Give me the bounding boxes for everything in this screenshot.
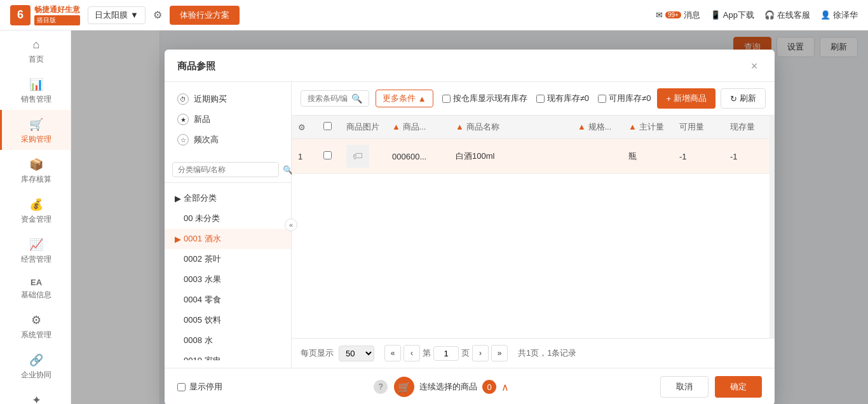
experience-button[interactable]: 体验行业方案 (170, 6, 240, 25)
checkbox-available-input[interactable] (598, 95, 606, 103)
logo-text: 畅捷通好生意 (34, 4, 80, 15)
shortcut-new[interactable]: ★ 新品 (172, 110, 283, 129)
modal-left-panel: « ⏱ 近期购买 ★ 新品 ☆ (165, 82, 292, 368)
show-disabled-checkbox[interactable]: 显示停用 (177, 381, 222, 393)
next-page-button[interactable]: › (472, 345, 489, 361)
footer-action-buttons: 取消 确定 (660, 376, 762, 398)
select-all-checkbox[interactable] (323, 122, 332, 130)
notifications-item[interactable]: ✉ 99+ 消息 (656, 10, 700, 21)
prev-page-button[interactable]: ‹ (403, 345, 420, 361)
category-liquor[interactable]: ▶ 0001 酒水 (165, 229, 291, 249)
row-spec (571, 139, 622, 174)
scroll-indicator (770, 116, 775, 338)
col-header-spec[interactable]: ▲ 规格... (571, 116, 622, 139)
col-header-unit[interactable]: ▲ 主计量 (622, 116, 673, 139)
sidebar-item-home[interactable]: ⌂ 首页 (0, 30, 71, 70)
collapse-panel-button[interactable]: « (285, 219, 297, 231)
refresh-label: 刷新 (740, 93, 756, 104)
show-disabled-input[interactable] (177, 383, 186, 391)
notif-badge: 99+ (665, 11, 681, 18)
sidebar-item-sales[interactable]: 📊 销售管理 (0, 70, 71, 110)
col-stock-label: 现存量 (730, 122, 755, 131)
category-snack[interactable]: 0004 零食 (165, 290, 291, 310)
row-name: 白酒100ml (449, 139, 571, 174)
app-label: App下载 (723, 10, 754, 21)
col-spec-label: 规格... (588, 122, 612, 131)
row-unit: 瓶 (622, 139, 673, 174)
store-name: 日太阳膜 (95, 10, 128, 21)
checkbox-stock-nonzero[interactable]: 现有库存≠0 (536, 93, 589, 104)
sidebar-item-purchase[interactable]: 🛒 采购管理 (0, 110, 71, 150)
row-checkbox[interactable] (323, 151, 332, 159)
sidebar-label-operations: 经营管理 (21, 254, 51, 265)
table-row[interactable]: 1 🏷 (292, 139, 775, 174)
checkbox-warehouse-label: 按仓库显示现有库存 (453, 93, 527, 104)
confirm-button[interactable]: 确定 (715, 376, 762, 398)
collab-icon: 🔗 (29, 353, 43, 367)
category-uncategorized[interactable]: 00 未分类 (165, 208, 291, 229)
product-search-input[interactable] (308, 94, 348, 103)
app-download-item[interactable]: 📱 App下载 (710, 10, 754, 21)
inventory-icon: 📦 (29, 158, 43, 172)
category-tea[interactable]: 0002 茶叶 (165, 249, 291, 269)
store-selector[interactable]: 日太阳膜 ▼ (88, 6, 146, 24)
cart-icon-button[interactable]: 🛒 (394, 377, 414, 397)
last-page-button[interactable]: » (491, 345, 508, 361)
first-page-button[interactable]: « (384, 345, 401, 361)
appliance-label: 0010 家电 (184, 355, 221, 360)
per-page-select[interactable]: 20 50 100 (339, 346, 374, 361)
sidebar-item-guide[interactable]: ✦ 新手引导 (0, 386, 71, 404)
gear-icon[interactable]: ⚙ (153, 9, 162, 21)
sidebar-item-system[interactable]: ⚙ 系统管理 (0, 306, 71, 346)
sidebar-label-system: 系统管理 (21, 330, 51, 340)
user-item[interactable]: 👤 徐泽华 (820, 10, 858, 21)
shortcut-recent[interactable]: ⏱ 近期购买 (172, 90, 283, 109)
checkbox-available-nonzero[interactable]: 可用库存≠0 (598, 93, 651, 104)
new-label: 新品 (194, 114, 210, 125)
sidebar-item-finance[interactable]: 💰 资金管理 (0, 190, 71, 230)
product-search-icon[interactable]: 🔍 (351, 93, 362, 104)
checkbox-by-warehouse[interactable]: 按仓库显示现有库存 (442, 93, 527, 104)
category-appliance[interactable]: 0010 家电 (165, 351, 291, 360)
all-categories-arrow: ▶ (175, 194, 181, 203)
support-item[interactable]: 🎧 在线客服 (764, 10, 810, 21)
col-header-code[interactable]: ▲ 商品... (386, 116, 449, 139)
checkbox-warehouse-input[interactable] (442, 95, 451, 103)
modal-close-button[interactable]: × (747, 58, 762, 74)
col-header-check (317, 116, 340, 139)
row-num: 1 (292, 139, 317, 174)
category-fruit[interactable]: 0003 水果 (165, 269, 291, 290)
product-table: ⚙ 商品图片 (292, 116, 775, 174)
shortcut-frequent[interactable]: ☆ 频次高 (172, 130, 283, 149)
sidebar-item-inventory[interactable]: 📦 库存核算 (0, 150, 71, 190)
modal-body: « ⏱ 近期购买 ★ 新品 ☆ (165, 82, 775, 368)
category-all[interactable]: ▶ 全部分类 (165, 188, 291, 208)
refresh-table-button[interactable]: ↻ 刷新 (721, 88, 766, 109)
filter-checkboxes: 按仓库显示现有库存 现有库存≠0 可用库存≠0 (442, 93, 651, 104)
settings-col-icon[interactable]: ⚙ (298, 123, 306, 132)
checkbox-stock-input[interactable] (536, 95, 545, 103)
help-button[interactable]: ? (374, 380, 388, 394)
sidebar-item-operations[interactable]: 📈 经营管理 (0, 230, 71, 270)
recent-label: 近期购买 (194, 93, 227, 105)
col-header-img: 商品图片 (340, 116, 386, 139)
category-water[interactable]: 0008 水 (165, 330, 291, 351)
liquor-arrow: ▶ (175, 234, 181, 244)
modal-footer: 显示停用 ? 🛒 连续选择的商品 0 ∧ (165, 368, 775, 404)
sidebar-label-sales: 销售管理 (21, 94, 51, 105)
classify-input[interactable] (172, 162, 279, 177)
refresh-icon: ↻ (730, 94, 737, 104)
cart-collapse-icon[interactable]: ∧ (501, 381, 509, 393)
modal-backdrop: 商品参照 × « ⏱ 近期购买 (71, 30, 868, 404)
category-beverage[interactable]: 0005 饮料 (165, 310, 291, 330)
add-product-button[interactable]: + 新增商品 (657, 88, 715, 109)
cancel-button[interactable]: 取消 (660, 376, 709, 398)
sort-icon-unit: ▲ (628, 122, 637, 131)
more-filter-button[interactable]: 更多条件 ▲ (376, 90, 433, 107)
sidebar-item-collab[interactable]: 🔗 企业协同 (0, 346, 71, 386)
col-header-settings: ⚙ (292, 116, 317, 139)
sidebar-item-basic[interactable]: EA 基础信息 (0, 270, 71, 306)
col-header-name[interactable]: ▲ 商品名称 (449, 116, 571, 139)
page-number-input[interactable] (433, 346, 459, 361)
row-check[interactable] (317, 139, 340, 174)
